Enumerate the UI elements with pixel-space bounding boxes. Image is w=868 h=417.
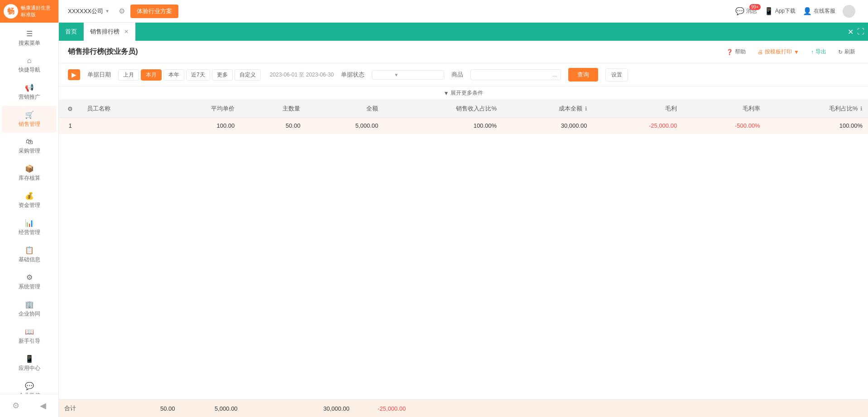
service-icon: 👤 — [803, 7, 812, 15]
query-button[interactable]: 查询 — [568, 68, 598, 81]
footer-amount: 5,000.00 — [209, 405, 264, 412]
sales-icon: 🛒 — [25, 110, 34, 119]
message-icon: 💬 — [735, 7, 744, 15]
marketing-icon: 📢 — [25, 83, 34, 92]
more-btn[interactable]: 更多 — [212, 69, 233, 81]
col-amount: 全额 — [306, 100, 384, 118]
goods-input[interactable]: ... — [470, 69, 561, 80]
filter-bar: ▶ 单据日期 上月 本月 本年 近7天 更多 自定义 2023-06-01 至 … — [59, 63, 868, 86]
curr-month-btn[interactable]: 本月 — [141, 69, 162, 81]
message-badge: 99+ — [749, 4, 761, 10]
export-button[interactable]: ↑ 导出 — [807, 46, 830, 58]
cell-amount: 5,000.00 — [306, 118, 384, 134]
system-icon: ⚙ — [26, 273, 33, 282]
tab-fullscreen-icon[interactable]: ⛶ — [857, 28, 864, 36]
date-range: 2023-06-01 至 2023-06-30 — [270, 71, 334, 79]
trial-button[interactable]: 体验行业方案 — [130, 5, 178, 18]
col-profit: 毛利 — [593, 100, 683, 118]
enterprise-icon: 🏢 — [25, 300, 34, 309]
sidebar-item-operation[interactable]: 📊 经营管理 — [2, 214, 57, 241]
filter-collapse-arrow[interactable]: ▶ — [68, 69, 80, 80]
finance-icon: 💰 — [25, 192, 34, 200]
help-button[interactable]: ❓ 帮助 — [723, 46, 749, 58]
settings-footer-icon[interactable]: ⚙ — [10, 399, 21, 412]
cell-sales-pct: 100.00% — [384, 118, 502, 134]
custom-btn[interactable]: 自定义 — [235, 69, 261, 81]
expand-bar: ▼ 展开更多条件 — [59, 86, 868, 100]
status-label: 单据状态 — [341, 71, 364, 79]
table-footer: 合计 50.00 5,000.00 30,000.00 -25,000.00 — [59, 399, 868, 417]
sidebar-item-enterprise[interactable]: 🏢 企业协同 — [2, 296, 57, 322]
export-icon: ↑ — [811, 49, 814, 55]
logo-icon: 畅 — [4, 4, 18, 19]
company-settings-icon[interactable]: ⚙ — [119, 7, 125, 15]
sidebar-item-search[interactable]: ☰ 搜索菜单 — [2, 25, 57, 52]
company-selector[interactable]: XXXXXX公司 ▼ — [64, 5, 113, 17]
date-buttons: 上月 本月 本年 近7天 更多 自定义 — [118, 69, 261, 81]
sidebar-item-shortcut[interactable]: ⌂ 快捷导航 — [2, 52, 57, 78]
status-select[interactable]: ▼ — [372, 70, 444, 80]
main-area: XXXXXX公司 ▼ ⚙ 体验行业方案 💬 消息 99+ 📱 App下载 👤 在… — [59, 0, 868, 417]
expand-icon: ▼ — [444, 90, 449, 96]
7days-btn[interactable]: 近7天 — [186, 69, 210, 81]
messages-button[interactable]: 💬 消息 99+ — [735, 7, 757, 15]
sidebar-item-finance[interactable]: 💰 资金管理 — [2, 187, 57, 214]
sidebar-item-sales[interactable]: 🛒 销售管理 — [2, 106, 57, 133]
top-bar-right: 💬 消息 99+ 📱 App下载 👤 在线客服 — [735, 5, 863, 18]
guide-icon: 📖 — [25, 327, 34, 336]
cell-rank: 1 — [59, 118, 82, 134]
cell-profit-rate: -500.00% — [682, 118, 766, 134]
refresh-button[interactable]: ↻ 刷新 — [834, 46, 859, 58]
online-service-button[interactable]: 👤 在线客服 — [803, 7, 835, 15]
sidebar-item-apps[interactable]: 📱 应用中心 — [2, 350, 57, 377]
table-settings-icon[interactable]: ⚙ — [67, 105, 73, 112]
col-cost: 成本全额 ℹ — [502, 100, 593, 118]
sidebar-item-purchase[interactable]: 🛍 采购管理 — [2, 133, 57, 159]
profit-pct-info-icon[interactable]: ℹ — [860, 105, 863, 112]
sidebar-logo: 畅 畅康通好生意 标准版 — [0, 0, 58, 23]
sidebar-item-guide[interactable]: 📖 新手引导 — [2, 323, 57, 350]
basic-icon: 📋 — [25, 246, 34, 254]
collapse-sidebar-icon[interactable]: ◀ — [38, 399, 48, 412]
apps-icon: 📱 — [25, 355, 34, 363]
inventory-icon: 📦 — [25, 164, 34, 173]
col-avg-price: 平均单价 — [161, 100, 240, 118]
print-button[interactable]: 🖨 按模板打印 ▼ — [754, 46, 803, 58]
search-menu-icon: ☰ — [26, 29, 33, 38]
goods-label: 商品 — [451, 71, 463, 79]
tab-close-window-icon[interactable]: ✕ — [848, 28, 854, 36]
home-icon: ⌂ — [27, 57, 32, 65]
goods-more-icon[interactable]: ... — [552, 72, 557, 78]
table-row: 1 100.00 50.00 5,000.00 100.00% 30,000.0… — [59, 118, 868, 134]
settings-button[interactable]: 设置 — [605, 68, 628, 81]
prev-month-btn[interactable]: 上月 — [118, 69, 139, 81]
sidebar-item-system[interactable]: ⚙ 系统管理 — [2, 268, 57, 295]
col-profit-rate: 毛利率 — [682, 100, 766, 118]
print-icon: 🖨 — [758, 49, 763, 55]
sidebar-item-basic[interactable]: 📋 基础信息 — [2, 241, 57, 268]
footer-cost: 30,000.00 — [318, 405, 372, 412]
expand-more-button[interactable]: ▼ 展开更多条件 — [444, 89, 484, 97]
tab-bar: 首页 销售排行榜 ✕ ✕ ⛶ — [59, 23, 868, 41]
col-sales-pct: 销售收入占比% — [384, 100, 502, 118]
app-download-button[interactable]: 📱 App下载 — [764, 7, 796, 15]
page-title: 销售排行榜(按业务员) — [68, 47, 138, 57]
filter-row: ▶ 单据日期 上月 本月 本年 近7天 更多 自定义 2023-06-01 至 … — [68, 68, 859, 81]
curr-year-btn[interactable]: 本年 — [163, 69, 184, 81]
cell-name — [82, 118, 161, 134]
cell-cost: 30,000.00 — [502, 118, 593, 134]
sidebar-item-marketing[interactable]: 📢 营销推广 — [2, 79, 57, 105]
tab-home[interactable]: 首页 — [59, 23, 84, 41]
avatar[interactable] — [843, 5, 855, 18]
sidebar-item-inventory[interactable]: 📦 库存核算 — [2, 160, 57, 187]
print-dropdown-arrow: ▼ — [794, 49, 799, 55]
sidebar-nav: ☰ 搜索菜单 ⌂ 快捷导航 📢 营销推广 🛒 销售管理 🛍 采购管理 📦 库存核… — [0, 23, 58, 394]
tab-close-icon[interactable]: ✕ — [124, 29, 129, 35]
content-area: 销售排行榜(按业务员) ❓ 帮助 🖨 按模板打印 ▼ ↑ 导出 ↻ 刷新 — [59, 41, 868, 417]
sidebar-item-wechat[interactable]: 💬 企业微信 — [2, 377, 57, 394]
cost-info-icon[interactable]: ℹ — [585, 105, 587, 112]
tab-sales-rank[interactable]: 销售排行榜 ✕ — [84, 23, 135, 41]
cell-avg-price: 100.00 — [161, 118, 240, 134]
col-profit-pct: 毛利占比% ℹ — [766, 100, 868, 118]
operation-icon: 📊 — [25, 219, 34, 227]
